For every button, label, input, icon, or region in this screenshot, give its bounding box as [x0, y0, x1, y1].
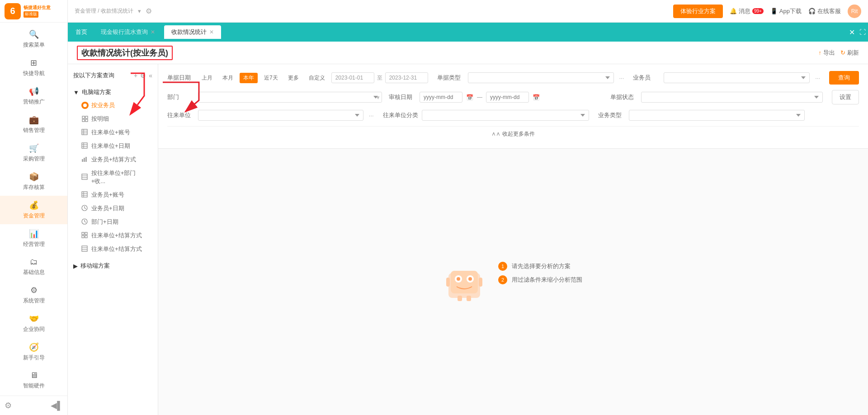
staff-select[interactable]	[664, 72, 810, 83]
dept-dropdown-icon: ▾	[377, 94, 380, 101]
app-download-item[interactable]: 📱 App下载	[770, 7, 802, 15]
svg-rect-45	[458, 296, 462, 301]
scheme-item-by-detail[interactable]: 按明细	[68, 112, 158, 126]
scheme-item-dept-date[interactable]: 部门+日期	[68, 215, 158, 229]
collapse-panel-icon[interactable]: «	[149, 72, 152, 79]
sidebar-item-sales[interactable]: 💼 销售管理	[0, 110, 67, 139]
pc-scheme-header[interactable]: ▼ 电脑端方案	[68, 86, 158, 99]
dept-label: 部门	[167, 93, 194, 101]
tab-home[interactable]: 首页	[70, 25, 93, 39]
export-button[interactable]: ↑ 导出	[819, 49, 835, 57]
sidebar-item-inventory[interactable]: 📦 库存核算	[0, 167, 67, 196]
notification-item[interactable]: 🔔 消息 99+	[730, 7, 764, 15]
filter-area: 单据日期 上月 本月 本年 近7天 更多 自定义 至	[158, 64, 868, 149]
scheme-item-partner-account[interactable]: 往来单位+账号	[68, 126, 158, 139]
top-header: 资金管理 / 收款情况统计 ▾ ⚙ 体验行业方案 🔔 消息 99+ 📱 App下…	[68, 0, 868, 23]
step-1-text: 请先选择要分析的方案	[512, 262, 571, 270]
review-date-from-icon[interactable]: 📅	[466, 94, 473, 101]
partner-more-icon[interactable]: ···	[369, 112, 374, 119]
scheme-item-by-staff[interactable]: 按业务员	[68, 99, 158, 112]
notification-badge: 99+	[752, 8, 764, 14]
svg-rect-16	[85, 157, 87, 162]
sidebar-item-system[interactable]: ⚙ 系统管理	[0, 281, 67, 309]
user-avatar[interactable]: Rit	[848, 5, 861, 18]
query-button[interactable]: 查询	[829, 71, 859, 85]
scheme-icon-clock1	[81, 205, 89, 212]
scheme-item-staff-account[interactable]: 业务员+账号	[68, 188, 158, 202]
mobile-scheme-group: ▶ 移动端方案	[68, 258, 158, 274]
scheme-item-partner-dept[interactable]: 按往来单位+部门+收...	[68, 166, 158, 188]
left-panel-header: 按以下方案查询 + ⚙ «	[68, 69, 158, 82]
tab-bank-flow[interactable]: 现金银行流水查询 ✕	[94, 25, 162, 39]
refresh-button[interactable]: ↻ 刷新	[840, 49, 859, 57]
tab-close-bank-flow[interactable]: ✕	[151, 29, 155, 35]
inventory-icon: 📦	[29, 172, 39, 182]
sidebar-item-hardware[interactable]: 🖥 智能硬件	[0, 366, 67, 394]
date-btn-more[interactable]: 更多	[284, 73, 302, 83]
scheme-icon-grid	[81, 115, 89, 123]
scheme-icon-table3	[81, 174, 89, 181]
doc-status-select[interactable]	[641, 92, 823, 103]
header-dropdown-icon[interactable]: ▾	[138, 8, 141, 14]
sidebar-item-guide[interactable]: 🧭 新手引导	[0, 338, 67, 366]
mobile-scheme-header[interactable]: ▶ 移动端方案	[68, 259, 158, 272]
sidebar-item-enterprise[interactable]: 🤝 企业协同	[0, 309, 67, 338]
doc-type-more-icon[interactable]: ···	[619, 75, 624, 81]
add-scheme-icon[interactable]: +	[134, 72, 137, 79]
collapse-more-btn[interactable]: ∧∧ 收起更多条件	[167, 126, 859, 141]
doc-type-select[interactable]	[468, 72, 614, 83]
sidebar-item-marketing[interactable]: 📢 营销推广	[0, 82, 67, 110]
biz-type-select[interactable]	[629, 110, 805, 121]
date-btn-last-month[interactable]: 上月	[198, 73, 216, 83]
scheme-settings-icon[interactable]: ⚙	[140, 72, 146, 79]
scheme-icon-clock2	[81, 218, 89, 226]
sidebar-item-finance[interactable]: 💰 资金管理	[0, 196, 67, 224]
doc-status-filter-item: 单据状态	[610, 92, 823, 103]
sidebar-item-basic[interactable]: 🗂 基础信息	[0, 253, 67, 281]
date-to-input[interactable]	[385, 72, 428, 83]
settings-footer-icon[interactable]: ⚙	[5, 401, 12, 410]
scheme-item-partner-settle1[interactable]: 往来单位+结算方式	[68, 229, 158, 242]
settings-button[interactable]: 设置	[832, 90, 859, 104]
date-label: 单据日期	[167, 74, 194, 82]
sidebar-item-operation[interactable]: 📊 经营管理	[0, 224, 67, 253]
online-service-item[interactable]: 🎧 在线客服	[808, 7, 841, 15]
date-btn-7days[interactable]: 近7天	[260, 73, 282, 83]
breadcrumb: 资金管理 / 收款情况统计	[75, 7, 133, 15]
empty-step-2: 2 用过滤条件来缩小分析范围	[498, 275, 582, 284]
sidebar-item-search[interactable]: 🔍 搜索菜单	[0, 25, 67, 53]
sidebar: 6 畅捷通好生意 标准版 🔍 搜索菜单 ⊞ 快捷导航 📢 营销推广 💼 销售管理…	[0, 0, 68, 415]
date-from-input[interactable]	[331, 72, 374, 83]
review-date-to-icon[interactable]: 📅	[533, 94, 540, 101]
date-btn-this-month[interactable]: 本月	[219, 73, 237, 83]
staff-more-icon[interactable]: ···	[815, 75, 820, 81]
hardware-icon: 🖥	[30, 371, 38, 380]
window-expand-btn[interactable]: ⛶	[859, 28, 866, 36]
sidebar-item-quicknav[interactable]: ⊞ 快捷导航	[0, 53, 67, 82]
scheme-item-partner-date[interactable]: 往来单位+日期	[68, 139, 158, 153]
collapse-sidebar-icon[interactable]: ◀▌	[51, 401, 63, 410]
scheme-item-staff-date[interactable]: 业务员+日期	[68, 202, 158, 215]
header-settings-icon[interactable]: ⚙	[146, 7, 152, 15]
partner-category-select[interactable]	[422, 110, 590, 121]
review-date-to-input[interactable]	[486, 92, 529, 103]
trial-button[interactable]: 体验行业方案	[673, 5, 723, 18]
sidebar-footer: ⚙ ◀▌	[0, 396, 67, 415]
date-options: 上月 本月 本年 近7天 更多 自定义 至	[198, 72, 428, 83]
dept-select[interactable]	[198, 92, 382, 103]
scheme-item-staff-settle[interactable]: 业务员+结算方式	[68, 153, 158, 166]
operation-icon: 📊	[29, 229, 39, 239]
sidebar-item-purchase[interactable]: 🛒 采购管理	[0, 139, 67, 167]
marketing-icon: 📢	[29, 86, 39, 96]
review-date-from-input[interactable]	[420, 92, 462, 103]
search-icon: 🔍	[29, 29, 39, 39]
scheme-icon-circle	[81, 102, 89, 109]
date-btn-this-year[interactable]: 本年	[240, 73, 258, 83]
tab-receipt-stats[interactable]: 收款情况统计 ✕	[164, 25, 221, 39]
window-close-btn[interactable]: ✕	[849, 28, 855, 37]
tab-close-receipt-stats[interactable]: ✕	[209, 29, 214, 35]
partner-select[interactable]	[198, 110, 363, 121]
date-btn-custom[interactable]: 自定义	[305, 73, 329, 83]
scheme-item-partner-settle2[interactable]: 往来单位+结算方式	[68, 242, 158, 256]
svg-rect-30	[82, 232, 84, 235]
